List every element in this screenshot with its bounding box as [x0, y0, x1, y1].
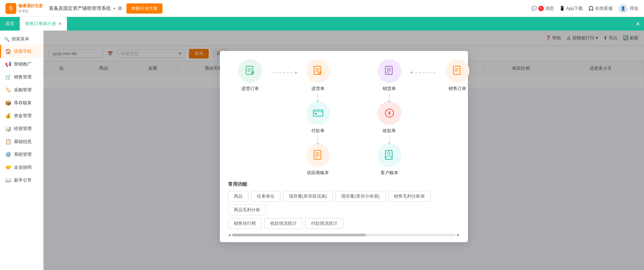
sidebar-item-sales[interactable]: 🛒 销售管理 [0, 71, 43, 84]
popup: 进货订单 ▶ 进货单 [220, 51, 468, 242]
sidebar-item-inventory[interactable]: 📦 库存核算 [0, 96, 43, 109]
svg-rect-18 [313, 110, 323, 116]
arrow-purchase-v: ▼ [318, 93, 318, 100]
sidebar-item-system[interactable]: ⚙️ 系统管理 [0, 148, 43, 161]
sidebar-item-enterprise[interactable]: 🤝 企业协同 [0, 161, 43, 174]
marketing-icon: 📢 [5, 61, 11, 67]
flow-node-purchase-invoice[interactable]: 进货单 [296, 59, 340, 92]
search-menu[interactable]: 🔍 搜索菜单 [0, 33, 43, 45]
tab-bar-close-icon[interactable]: ✕ [636, 21, 640, 27]
message-badge: 5 [538, 6, 544, 11]
trial-button[interactable]: 体验行业方案 [126, 3, 162, 14]
tab-close-icon[interactable]: ✕ [58, 21, 62, 26]
arrow-sales-v: ▼ [389, 93, 389, 100]
arrow-purchase-to-invoice: ▶ [272, 72, 296, 73]
service-icon: 🎧 [588, 6, 594, 11]
message-item[interactable]: 💬 5 消息 [532, 5, 554, 12]
home-icon: 🏠 [5, 48, 11, 54]
info-icon: 📋 [5, 139, 11, 145]
logo-area: 6 畅康通好生意 标准版 [5, 3, 46, 14]
operation-icon: 📊 [5, 126, 11, 132]
search-icon: 🔍 [4, 37, 10, 42]
btn-goods-profit[interactable]: 商品毛利分析 [228, 204, 266, 215]
scrollbar-track[interactable] [232, 234, 456, 236]
btn-stock-dist[interactable]: 现存量(库存分布表) [335, 191, 385, 202]
guide-icon: 📖 [5, 177, 11, 183]
avatar: 👤 [618, 4, 628, 13]
chevron-down-icon[interactable]: ▾ [114, 6, 116, 11]
btn-sales-profit[interactable]: 销售毛利分析表 [388, 191, 431, 202]
flow-node-payment[interactable]: 付款单 [306, 101, 330, 134]
flow-node-supplier-ledger[interactable]: 供应商账本 [306, 143, 330, 176]
svg-point-29 [387, 152, 390, 155]
flow-node-customer-ledger[interactable]: 客户账本 [378, 143, 401, 176]
logo-text: 畅康通好生意 标准版 [18, 3, 43, 13]
system-icon: ⚙️ [5, 151, 11, 158]
sidebar-item-quick-nav[interactable]: 🏠 快捷导航 [0, 45, 43, 58]
user-area[interactable]: 👤 用友 [618, 4, 639, 13]
sidebar-item-marketing[interactable]: 📢 营销推广 [0, 58, 43, 71]
sales-icon: 🛒 [5, 74, 11, 80]
flow-node-receipt[interactable]: ¥ 收款单 [378, 101, 401, 134]
svg-rect-20 [315, 113, 317, 114]
sidebar: 🔍 搜索菜单 🏠 快捷导航 📢 营销推广 🛒 销售管理 🏷️ 采购管理 📦 库存… [0, 31, 43, 270]
svg-rect-4 [314, 66, 321, 74]
sidebar-item-finance[interactable]: 💰 资金管理 [0, 109, 43, 122]
purchase-icon: 🏷️ [5, 87, 11, 93]
finance-icon: 💰 [5, 113, 11, 119]
tab-sales-order[interactable]: 销售订单执行表 ✕ [20, 17, 67, 31]
message-icon: 💬 [532, 6, 537, 11]
online-service-item[interactable]: 🎧 在线客服 [588, 5, 613, 12]
flow-diagram: 进货订单 ▶ 进货单 [228, 59, 460, 176]
sidebar-item-operation[interactable]: 📊 经营管理 [0, 122, 43, 135]
scrollbar-right-arrow[interactable]: ▶ [457, 233, 460, 237]
app-download-item[interactable]: 📱 App下载 [559, 5, 583, 12]
common-title: 常用功能 [228, 181, 460, 187]
sidebar-item-purchase[interactable]: 🏷️ 采购管理 [0, 84, 43, 96]
top-header: 6 畅康通好生意 标准版 装备及固定资产辅助管理系统 ▾ ⚙ 体验行业方案 💬 … [0, 0, 644, 17]
tab-bar: 首页 销售订单执行表 ✕ ✕ [0, 17, 644, 31]
flow-node-sales-order[interactable]: 销售订单 [435, 59, 480, 92]
sidebar-item-basic-info[interactable]: 📋 基础信息 [0, 135, 43, 148]
sidebar-item-guide[interactable]: 📖 新手引导 [0, 174, 43, 187]
popup-scrollbar: ◀ ▶ [228, 233, 460, 237]
btn-sales-rank[interactable]: 销售排行榜 [228, 218, 262, 229]
svg-rect-23 [314, 150, 321, 159]
common-buttons: 商品 往来单位 现存量(库存状况表) 现存量(库存分布表) 销售毛利分析表 商品… [228, 191, 460, 215]
svg-rect-9 [385, 66, 392, 74]
content-area: ❓ 帮助 🖨 按模板打印 ▾ ⬆ 导出 🔄 刷新 [43, 31, 644, 270]
flow-node-sales-invoice[interactable]: 销货单 [367, 59, 412, 92]
header-right: 💬 5 消息 📱 App下载 🎧 在线客服 👤 用友 [532, 4, 639, 13]
flow-node-purchase-order[interactable]: 进货订单 [228, 59, 272, 92]
enterprise-icon: 🤝 [5, 164, 11, 170]
gear-icon[interactable]: ⚙ [118, 5, 122, 12]
system-title: 装备及固定资产辅助管理系统 ▾ [49, 5, 116, 12]
scrollbar-left-arrow[interactable]: ◀ [228, 233, 231, 237]
common-buttons-row2: 销售排行榜 收款情况统计 付款情况统计 [228, 218, 460, 229]
scrollbar-thumb [232, 234, 366, 236]
main-layout: 🔍 搜索菜单 🏠 快捷导航 📢 营销推广 🛒 销售管理 🏷️ 采购管理 📦 库存… [0, 31, 644, 270]
btn-receipt-stat[interactable]: 收款情况统计 [264, 218, 302, 229]
logo-icon: 6 [5, 3, 16, 14]
tab-home[interactable]: 首页 [0, 17, 20, 31]
btn-goods[interactable]: 商品 [228, 191, 248, 202]
btn-contacts[interactable]: 往来单位 [251, 191, 280, 202]
btn-payment-stat[interactable]: 付款情况统计 [305, 218, 343, 229]
inventory-icon: 📦 [5, 100, 11, 106]
common-section: 常用功能 商品 往来单位 现存量(库存状况表) 现存量(库存分布表) 销售毛利分… [228, 181, 460, 229]
arrow-sales-order-to-invoice: ◀ [412, 72, 435, 73]
svg-text:¥: ¥ [388, 110, 391, 116]
svg-rect-0 [246, 66, 253, 74]
arrow-payment-v: ▼ [318, 135, 318, 142]
arrow-receipt-v: ▼ [389, 135, 389, 142]
svg-rect-14 [453, 66, 460, 74]
download-icon: 📱 [559, 6, 565, 11]
btn-stock-status[interactable]: 现存量(库存状况表) [283, 191, 333, 202]
